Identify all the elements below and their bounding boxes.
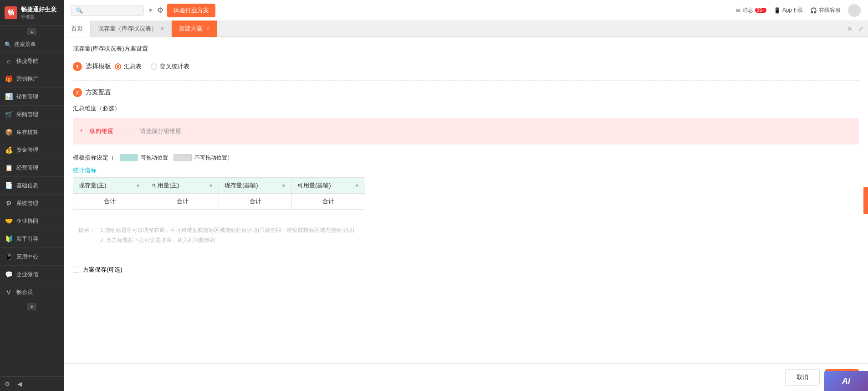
stats-section: 统计指标 现存量(主)▼可用量(主)▼现存量(基辅)▼可用量(基辅)▼ 合计合计… [73,166,859,211]
top-search-box[interactable]: 🔍 [71,5,144,16]
sidebar-icon-member: V [5,288,13,296]
stats-col-可用量(基辅)[interactable]: 可用量(基辅)▼ [292,178,365,193]
sidebar-item-sales[interactable]: 📊销售管理 [0,88,64,106]
cancel-button[interactable]: 取消 [785,369,820,386]
step1-badge: 1 [73,62,82,71]
no-drag-indicator: 不可拖动位置） [174,154,233,162]
scroll-up-btn[interactable]: ▲ [27,28,36,35]
sidebar-item-apps[interactable]: 📱应用中心 [0,248,64,266]
industry-btn[interactable]: 体验行业方案 [167,4,215,17]
tip-1: 提示： 1.拖动标题栏可以调整布局，不可跨维度或指标区域拖动栏目字段(只能在同一… [78,226,853,236]
collapse-icon[interactable]: ◀ [17,381,22,387]
radio-summary[interactable]: 汇总表 [115,62,142,71]
sidebar-item-basic[interactable]: 📑基础信息 [0,177,64,195]
indicator-label: 模板指标设定（ 可拖动位置 不可拖动位置） [73,154,859,162]
ai-label: Ai [842,376,850,386]
search-label: 搜索菜单 [14,41,36,48]
stats-col-现存量(基辅)[interactable]: 现存量(基辅)▼ [219,178,292,193]
window-controls: ✕ ⤢ [846,25,864,32]
indicator-settings-text: 模板指标设定（ [73,154,114,162]
sidebar-icon-inventory: 📦 [5,128,13,136]
draggable-label: 可拖动位置 [141,154,168,162]
user-avatar[interactable] [848,4,861,17]
tab-home[interactable]: 首页 [64,21,91,37]
summary-dim-label: 汇总维度（必选） [73,104,859,113]
sidebar-item-purchase[interactable]: 🛒采购管理 [0,106,64,123]
page-title: 现存量(库存状况表)方案设置 [73,45,859,53]
page-area: 现存量(库存状况表)方案设置 1 选择模板 汇总表 交叉统计表 [64,37,868,363]
messages-btn[interactable]: ✉ 消息 99+ [736,6,766,14]
non-draggable-label: 不可拖动位置） [194,154,233,162]
step2-badge: 2 [73,88,82,97]
headset-icon: 🎧 [810,7,817,14]
sidebar-label-wechat: 企业微信 [16,271,38,278]
stats-cell-现存量(主): 合计 [73,194,146,209]
drag-box [120,154,138,161]
online-service-btn[interactable]: 🎧 在线客服 [810,6,841,14]
sidebar-label-sales: 销售管理 [16,93,38,101]
sidebar-label-apps: 应用中心 [16,253,38,261]
sidebar-item-wechat[interactable]: 💬企业微信 [0,266,64,283]
expand-window-btn[interactable]: ⤢ [857,25,864,32]
sidebar: 畅 畅捷通好生意 标准版 ▲ 🔍 搜索菜单 ⌂快捷导航🎁营销推广📊销售管理🛒采购… [0,0,64,391]
sidebar-item-enterprise[interactable]: 🤝企业协同 [0,212,64,230]
save-checkbox[interactable] [73,267,79,273]
dropdown-icon[interactable]: ▼ [148,7,153,14]
app-download-label: App下载 [782,6,803,14]
vertical-dim-label: 纵向维度 [90,127,113,135]
top-bar-right: ✉ 消息 99+ 📱 App下载 🎧 在线客服 [736,4,861,17]
tips-section: 提示： 1.拖动标题栏可以调整布局，不可跨维度或指标区域拖动栏目字段(只能在同一… [73,220,859,251]
sidebar-item-inventory[interactable]: 📦库存核算 [0,123,64,141]
drag-indicator: 可拖动位置 [120,154,168,162]
sidebar-icon-guide: 🔰 [5,235,13,243]
sidebar-label-quick-nav: 快捷导航 [16,57,38,65]
stats-cell-可用量(基辅): 合计 [292,194,365,209]
indicator-settings: 模板指标设定（ 可拖动位置 不可拖动位置） [73,154,859,162]
sidebar-icon-enterprise: 🤝 [5,217,13,225]
settings-icon[interactable]: ⚙ [5,381,10,387]
sidebar-label-operations: 经营管理 [16,164,38,172]
stats-col-可用量(主)[interactable]: 可用量(主)▼ [146,178,219,193]
radio-cross[interactable]: 交叉统计表 [151,62,189,71]
top-bar: 🔍 ▼ ⚙ 体验行业方案 ✉ 消息 99+ 📱 App下载 🎧 在线客服 [64,0,868,21]
sidebar-label-guide: 新手引导 [16,235,38,243]
scroll-down-btn[interactable]: ▼ [27,303,36,310]
home-label: 首页 [71,25,83,33]
sidebar-item-operations[interactable]: 📋经营管理 [0,159,64,177]
sidebar-item-quick-nav[interactable]: ⌂快捷导航 [0,52,64,70]
sidebar-label-purchase: 采购管理 [16,111,38,118]
sidebar-item-system[interactable]: ⚙系统管理 [0,195,64,212]
sidebar-label-marketing: 营销推广 [16,75,38,83]
sidebar-search[interactable]: 🔍 搜索菜单 [0,37,64,52]
sidebar-item-marketing[interactable]: 🎁营销推广 [0,70,64,88]
sidebar-icon-marketing: 🎁 [5,75,13,83]
sidebar-icon-operations: 📋 [5,164,13,172]
online-service-label: 在线客服 [819,6,841,14]
inventory-status-label: 现存量（库存状况表） [98,25,157,33]
sidebar-item-finance[interactable]: 💰资金管理 [0,141,64,159]
tabs-bar: 首页 现存量（库存状况表） × 新建方案 × ✕ ⤢ [64,21,868,37]
ai-float-button[interactable]: Ai [824,371,868,391]
new-scheme-close[interactable]: × [206,26,209,32]
radio-cross-label: 交叉统计表 [160,62,189,71]
inventory-status-close[interactable]: × [161,26,164,32]
stats-table-header: 现存量(主)▼可用量(主)▼现存量(基辅)▼可用量(基辅)▼ [73,178,365,193]
gear-icon-top[interactable]: ⚙ [157,6,163,15]
tab-inventory-status[interactable]: 现存量（库存状况表） × [91,21,172,37]
search-icon-top: 🔍 [76,7,83,14]
tab-new-scheme[interactable]: 新建方案 × [172,21,217,37]
sidebar-logo: 畅 畅捷通好生意 标准版 [0,0,64,26]
right-scroll-handle[interactable] [863,187,868,214]
sidebar-icon-purchase: 🛒 [5,110,13,118]
sidebar-item-guide[interactable]: 🔰新手引导 [0,230,64,248]
close-window-btn[interactable]: ✕ [846,25,853,32]
stats-col-现存量(主)[interactable]: 现存量(主)▼ [73,178,146,193]
phone-icon: 📱 [774,7,781,14]
main-content: 🔍 ▼ ⚙ 体验行业方案 ✉ 消息 99+ 📱 App下载 🎧 在线客服 [64,0,868,391]
sidebar-item-member[interactable]: V畅会员 [0,283,64,301]
logo-text: 畅捷通好生意 标准版 [21,5,56,20]
sidebar-label-finance: 资金管理 [16,146,38,154]
app-download-btn[interactable]: 📱 App下载 [774,6,803,14]
stats-cell-现存量(基辅): 合计 [219,194,292,209]
radio-summary-dot [115,63,121,70]
